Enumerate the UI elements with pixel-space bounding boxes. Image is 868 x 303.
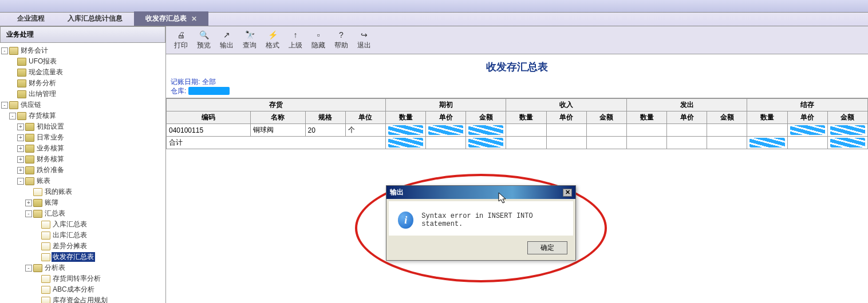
query-button[interactable]: 🔭查询 [239,29,260,51]
folder-icon [17,112,26,120]
th-open-qty: 数量 [385,111,425,124]
cell-empty [506,137,546,149]
folder-icon [25,123,34,131]
th-spec: 规格 [305,111,345,124]
tree-node-cash-flow[interactable]: 现金流量表 [1,67,164,78]
sidebar-header: 业务处理 [0,26,165,43]
doc-icon [41,286,50,294]
cell-redacted [385,137,425,149]
folder-icon [33,264,42,272]
th-receipts: 收入 [506,99,627,111]
tree-node-supply-chain[interactable]: -供应链 [1,99,164,110]
cell-spec: 20 [305,124,345,137]
cell-empty [707,137,747,149]
tree-node-abc[interactable]: ABC成本分析 [1,284,164,295]
tab-inbound-stats[interactable]: 入库汇总统计信息 [56,11,134,26]
print-button[interactable]: 🖨打印 [171,29,191,51]
tree-node-inventory-acc[interactable]: -存货核算 [1,110,164,121]
th-unit: 单位 [345,111,385,124]
tree-node-fin-acc2[interactable]: +财务核算 [1,154,164,165]
exit-button[interactable]: ↪退出 [354,29,374,51]
cell-empty [787,137,827,149]
cell-empty [586,137,626,149]
dialog-message: Syntax error in INSERT INTO statement. [421,212,564,228]
th-out-amount: 金额 [707,111,747,124]
output-button[interactable]: ↗输出 [216,29,237,51]
cell-empty [546,124,586,137]
ok-button[interactable]: 确定 [527,241,567,254]
tree-node-ledger[interactable]: -账表 [1,176,164,186]
tree-node-in-summary[interactable]: 入库汇总表 [1,219,164,230]
folder-icon [17,79,26,87]
doc-icon [41,297,50,304]
meta-date-label: 记账日期: [171,78,202,86]
tree-node-init-setup[interactable]: +初始设置 [1,121,164,132]
upper-button[interactable]: ↑上级 [285,29,306,51]
tree-node-my-ledger[interactable]: 我的账表 [1,186,164,197]
exit-icon: ↪ [359,30,369,40]
cell-redacted [466,124,506,137]
cell-empty [546,137,586,149]
tree-node-diff-summary[interactable]: 差异分摊表 [1,241,164,252]
cell-redacted [827,124,867,137]
cell-unit: 个 [345,124,385,137]
info-icon: i [398,212,413,229]
tree-node-analysis[interactable]: -分析表 [1,262,164,273]
help-icon: ? [336,30,346,40]
th-in-amount: 金额 [586,111,626,124]
format-button[interactable]: ⚡格式 [262,29,283,51]
folder-icon [33,199,42,207]
close-icon[interactable]: ✕ [191,15,197,23]
cell-empty [506,124,546,137]
table-row[interactable]: 040100115 铜球阀 20 个 [167,124,868,137]
cell-code: 040100115 [167,124,251,137]
tab-enterprise-process[interactable]: 企业流程 [6,11,56,26]
cell-total-label: 合计 [167,137,386,149]
tree-node-biz-acc[interactable]: +业务核算 [1,143,164,154]
folder-icon [25,145,34,153]
cell-empty [586,124,626,137]
dialog-titlebar[interactable]: 输出 ✕ [386,186,575,199]
cell-empty [747,124,787,137]
nav-tree: -财务会计 UFO报表 现金流量表 财务分析 出纳管理 -供应链 -存货核算 +… [0,43,165,303]
tree-node-books[interactable]: +账簿 [1,197,164,208]
folder-icon [9,47,18,55]
tree-node-cashier[interactable]: 出纳管理 [1,89,164,99]
doc-icon [41,275,50,283]
doc-icon [41,221,50,229]
up-icon: ↑ [290,30,301,40]
tree-node-summary[interactable]: -汇总表 [1,208,164,219]
cell-empty [626,124,666,137]
tree-node-io-summary[interactable]: 收发存汇总表 [1,252,164,262]
hide-icon: ▫ [313,30,323,40]
tree-node-fund-plan[interactable]: 库存资金占用规划 [1,295,164,303]
tab-io-summary[interactable]: 收发存汇总表 ✕ [134,11,208,26]
tree-node-ufo[interactable]: UFO报表 [1,56,164,67]
meta-date-value: 全部 [202,78,216,86]
tree-node-fin-acc[interactable]: -财务会计 [1,45,164,56]
tree-node-price-prep[interactable]: +跌价准备 [1,165,164,176]
toolbar: 🖨打印 🔍预览 ↗输出 🔭查询 ⚡格式 ↑上级 ▫隐藏 ?帮助 ↪退出 [166,26,868,54]
preview-icon: 🔍 [199,30,209,40]
preview-button[interactable]: 🔍预览 [194,29,214,51]
folder-icon [17,58,26,66]
doc-icon [41,253,50,261]
folder-icon [25,177,34,185]
cell-redacted [787,124,827,137]
hide-button[interactable]: ▫隐藏 [308,29,329,51]
close-icon[interactable]: ✕ [563,189,572,197]
doc-icon [41,232,50,240]
cell-empty [426,137,466,149]
tree-node-out-summary[interactable]: 出库汇总表 [1,230,164,241]
tab-label: 收发存汇总表 [145,14,187,23]
table-row-total[interactable]: 合计 [167,137,868,149]
tree-node-turnover[interactable]: 存货周转率分析 [1,273,164,284]
help-button[interactable]: ?帮助 [331,29,352,51]
report-meta: 记账日期: 全部 仓库: 焦耐仓库 [166,77,868,98]
tree-node-fin-analysis[interactable]: 财务分析 [1,78,164,89]
tree-node-daily-biz[interactable]: +日常业务 [1,132,164,143]
export-icon: ↗ [222,30,232,40]
th-closing: 结存 [747,99,868,111]
th-close-price: 单价 [787,111,827,124]
doc-icon [41,242,50,250]
